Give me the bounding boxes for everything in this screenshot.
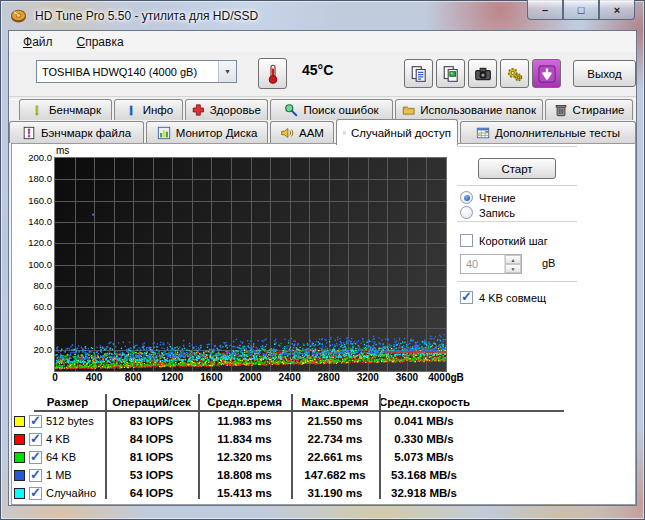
window-title: HD Tune Pro 5.50 - утилита для HD/SSD [35,9,258,23]
stepper-up-button[interactable]: ▲ [505,255,521,264]
table-cell: 147.682 ms [291,469,379,481]
speaker-icon [280,126,294,140]
svg-text:!: ! [27,126,31,138]
svg-text:i: i [129,103,133,117]
stride-size-value[interactable]: 40 [461,255,504,273]
write-radio-row[interactable]: Запись [460,206,515,219]
group-separator [457,146,577,148]
group-separator [457,185,577,187]
table-cell: 22.734 ms [291,433,379,445]
start-button[interactable]: Старт [478,158,556,179]
drive-select[interactable]: TOSHIBA HDWQ140 (4000 gB) ▼ [36,60,237,83]
x-axis-tick-label: 2800 [318,372,340,383]
x-axis-tick-label: 0 [52,372,58,383]
table-cell: 81 IOPS [105,451,198,463]
table-cell: 64 IOPS [105,487,198,499]
screenshot-button[interactable] [468,59,497,88]
thermometer-icon [264,63,282,85]
table-column-separator [291,394,293,499]
gears-icon [506,65,524,83]
file-benchmark-icon: ! [22,126,36,140]
minimize-button[interactable]: – [527,0,563,20]
menu-bar: ФайлСправка [9,31,636,53]
table-cell: 32.918 MB/s [379,487,469,499]
copy-image-button[interactable] [436,59,465,88]
series-visible-checkbox[interactable] [29,469,42,482]
y-axis-tick-label: 200.0 [14,152,52,163]
x-axis-tick-label: 1200 [161,372,183,383]
tab-health-cross[interactable]: Здоровье [185,99,268,120]
tab-speaker[interactable]: ААМ [270,121,334,143]
table-cell: 21.550 ms [291,415,379,427]
tab-extra-tests[interactable]: Дополнительные тесты [460,121,636,143]
combine-4kb-checkbox[interactable] [460,291,473,304]
read-radio[interactable] [460,191,473,204]
camera-icon [474,65,492,83]
series-label: 4 KB [46,433,70,445]
series-label: Случайно [46,487,96,499]
y-axis-tick-label: 20.0 [14,344,52,355]
tab-label: ААМ [299,127,324,139]
tab-trash[interactable]: Стирание [545,99,633,120]
close-button[interactable]: × [599,0,635,20]
tab-folder[interactable]: Использование папок [395,99,543,120]
tab-label: Дополнительные тесты [495,127,620,139]
table-cell: 84 IOPS [105,433,198,445]
y-axis-tick-label: 40.0 [14,322,52,333]
download-arrow-icon [538,65,556,83]
short-stride-label: Короткий шаг [479,235,548,247]
short-stride-row[interactable]: Короткий шаг [460,234,548,247]
table-cell: 12.320 ms [198,451,291,463]
table-cell: 18.808 ms [198,469,291,481]
series-visible-checkbox[interactable] [29,433,42,446]
y-axis-unit: ms [56,145,69,156]
x-axis-tick-label: 4000gB [428,372,464,383]
tab-info[interactable]: iИнфо [114,99,183,120]
tab-search[interactable]: Поиск ошибок [270,99,393,120]
menu-item-1[interactable]: Справка [67,33,134,51]
random-access-icon [343,126,346,140]
table-header: Макс.время [291,396,379,408]
combine-4kb-row[interactable]: 4 KB совмещ [460,291,546,304]
x-axis-tick-label: 3200 [357,372,379,383]
x-axis-tick-label: 3600 [396,372,418,383]
group-separator [457,221,577,223]
tab-random-access[interactable]: Случайный доступ [336,119,458,145]
tab-label: Поиск ошибок [303,104,378,116]
start-button-label: Старт [501,163,532,175]
menu-item-0[interactable]: Файл [13,33,63,51]
disk-monitor-icon [157,126,171,140]
drive-select-value: TOSHIBA HDWQ140 (4000 gB) [37,66,218,78]
table-header: Средн.время [198,396,291,408]
chevron-down-icon[interactable]: ▼ [218,61,236,82]
stepper-down-button[interactable]: ▼ [505,264,521,273]
tab-benchmark-exclamation[interactable]: !Бенчмарк [19,99,112,120]
series-visible-checkbox[interactable] [29,451,42,464]
stride-size-stepper[interactable]: 40 ▲ ▼ [460,254,522,274]
y-axis-tick-label: 180.0 [14,173,52,184]
table-cell: 53 IOPS [105,469,198,481]
series-color-swatch [14,434,25,445]
copy-text-button[interactable] [404,59,433,88]
tab-file-benchmark[interactable]: !Бэнчмарк файла [9,121,144,143]
options-button[interactable] [500,59,529,88]
table-column-separator [379,394,381,499]
table-column-separator [105,394,107,499]
series-visible-checkbox[interactable] [29,415,42,428]
client-area: ФайлСправка TOSHIBA HDWQ140 (4000 gB) ▼ … [8,30,637,506]
stride-unit: gB [542,257,555,269]
series-color-swatch [14,470,25,481]
y-axis-tick-label: 160.0 [14,195,52,206]
extra-tests-icon [476,126,490,140]
short-stride-checkbox[interactable] [460,234,473,247]
scatter-canvas [55,158,446,371]
series-visible-checkbox[interactable] [29,487,42,500]
exit-button[interactable]: Выход [573,60,636,87]
tab-disk-monitor[interactable]: Монитор Диска [146,121,268,143]
temperature-button[interactable] [258,58,287,89]
maximize-button[interactable]: □ [563,0,599,20]
stride-unit-label: gB [542,257,555,269]
save-button[interactable] [532,59,561,88]
read-radio-row[interactable]: Чтение [460,191,516,204]
write-radio[interactable] [460,206,473,219]
